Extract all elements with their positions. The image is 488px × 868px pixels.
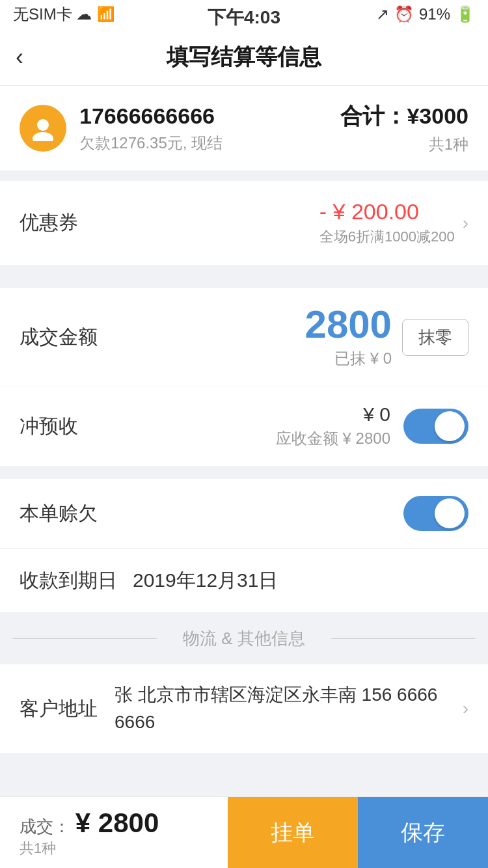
customer-phone: 17666666666 (79, 103, 223, 129)
coupon-discount: - ¥ 200.00 (319, 199, 455, 224)
precharge-right-group: ¥ 0 应收金额 ¥ 2800 (276, 403, 468, 449)
page-title: 填写结算等信息 (167, 42, 321, 72)
customer-info: 17666666666 欠款1276.35元, 现结 (79, 103, 223, 154)
summary-count: 共1种 (20, 839, 208, 858)
debt-section: 本单赊欠 (0, 479, 488, 548)
status-time: 下午4:03 (208, 5, 280, 30)
deal-value-group: 2800 已抹 ¥ 0 抹零 (305, 305, 468, 369)
hold-button[interactable]: 挂单 (228, 797, 358, 868)
precharge-toggle[interactable] (403, 409, 468, 444)
precharge-label: 冲预收 (20, 413, 124, 440)
status-left: 无SIM卡 ☁ 📶 (13, 4, 115, 25)
sim-label: 无SIM卡 ☁ (13, 4, 92, 25)
section-divider-1 (0, 275, 488, 288)
coupon-right-col: - ¥ 200.00 全场6折满1000减200 (319, 199, 455, 247)
total-value: 合计：¥3000 (340, 102, 468, 131)
address-section[interactable]: 客户地址 张 北京市市辖区海淀区永丰南 156 6666 6666 › (0, 664, 488, 753)
round-button[interactable]: 抹零 (402, 319, 468, 356)
status-bar: 无SIM卡 ☁ 📶 下午4:03 ↗ ⏰ 91% 🔋 (0, 0, 488, 29)
due-date-section: 收款到期日 2019年12月31日 (0, 549, 488, 612)
back-button[interactable]: ‹ (16, 44, 23, 71)
bottom-actions: 挂单 保存 (228, 797, 488, 868)
toggle-knob (435, 411, 465, 441)
deal-row: 成交金额 2800 已抹 ¥ 0 抹零 (0, 288, 488, 387)
debt-label: 本单赊欠 (20, 500, 124, 527)
battery-icon: 🔋 (455, 5, 475, 23)
bottom-summary: 成交： ¥ 2800 共1种 (0, 807, 228, 858)
logistics-text: 物流 & 其他信息 (183, 627, 305, 650)
logistics-divider: 物流 & 其他信息 (0, 612, 488, 664)
due-date-label: 收款到期日 (20, 567, 117, 594)
customer-card: 17666666666 欠款1276.35元, 现结 合计：¥3000 共1种 (0, 86, 488, 170)
summary-label: 成交： (20, 817, 70, 836)
bottom-bar: 成交： ¥ 2800 共1种 挂单 保存 (0, 796, 488, 868)
content-area: 17666666666 欠款1276.35元, 现结 合计：¥3000 共1种 … (0, 86, 488, 868)
address-value: 张 北京市市辖区海淀区永丰南 156 6666 6666 (104, 681, 463, 736)
coupon-row[interactable]: 优惠券 - ¥ 200.00 全场6折满1000减200 › (0, 181, 488, 265)
debt-toggle[interactable] (403, 496, 468, 531)
deal-label: 成交金额 (20, 324, 124, 351)
svg-point-0 (37, 119, 49, 131)
customer-left: 17666666666 欠款1276.35元, 现结 (20, 103, 223, 154)
deal-amount: 2800 (305, 305, 392, 344)
address-chevron-icon: › (463, 698, 468, 719)
alarm-icon: ⏰ (394, 5, 414, 23)
wifi-icon: 📶 (97, 6, 115, 23)
coupon-label: 优惠券 (20, 210, 78, 236)
precharge-row: 冲预收 ¥ 0 应收金额 ¥ 2800 (0, 387, 488, 466)
section-divider-2 (0, 466, 488, 479)
svg-point-1 (33, 132, 53, 141)
battery-label: 91% (419, 5, 450, 23)
avatar (20, 105, 66, 152)
deal-sub: 已抹 ¥ 0 (334, 348, 392, 369)
logistics-line-right (331, 638, 475, 639)
customer-right: 合计：¥3000 共1种 (340, 102, 468, 155)
divider-thin (0, 548, 488, 549)
coupon-desc: 全场6折满1000减200 (319, 227, 455, 247)
chevron-right-icon: › (463, 213, 468, 234)
customer-debt: 欠款1276.35元, 现结 (79, 133, 223, 154)
debt-toggle-knob (435, 498, 465, 528)
nav-bar: ‹ 填写结算等信息 (0, 29, 488, 86)
debt-row: 本单赊欠 (0, 479, 488, 548)
due-date-value: 2019年12月31日 (133, 567, 278, 594)
summary-amount: ¥ 2800 (75, 807, 159, 838)
precharge-values: ¥ 0 应收金额 ¥ 2800 (276, 403, 390, 449)
precharge-amount: ¥ 0 (363, 403, 390, 426)
deal-section: 成交金额 2800 已抹 ¥ 0 抹零 冲预收 ¥ 0 应收金额 ¥ 2800 (0, 288, 488, 466)
summary-line1: 成交： ¥ 2800 (20, 807, 208, 839)
total-count: 共1种 (340, 134, 468, 155)
deal-right-col: 2800 已抹 ¥ 0 (305, 305, 392, 369)
precharge-receivable: 应收金额 ¥ 2800 (276, 428, 390, 449)
address-label: 客户地址 (20, 696, 104, 722)
coupon-right: - ¥ 200.00 全场6折满1000减200 › (319, 199, 468, 247)
location-icon: ↗ (376, 5, 389, 23)
status-right: ↗ ⏰ 91% 🔋 (376, 5, 475, 23)
save-button[interactable]: 保存 (358, 797, 488, 868)
logistics-line-left (13, 638, 157, 639)
